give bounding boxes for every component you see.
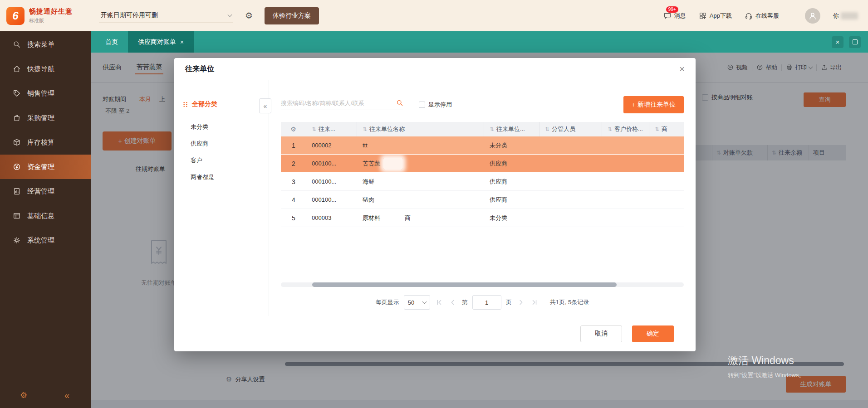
table-row[interactable]: 4 000100... 猪肉 供应商	[281, 191, 684, 209]
dialog-toolbar: 显示停用 + 新增往来单位	[281, 96, 684, 114]
confirm-button[interactable]: 确定	[632, 325, 674, 342]
category-all[interactable]: 全部分类	[174, 100, 269, 108]
sidebar-item-basic-info[interactable]: 基础信息	[0, 204, 91, 228]
column-code[interactable]: ⇅往来...	[306, 122, 357, 136]
gear-icon: ⚙	[290, 126, 296, 133]
per-page-value: 50	[408, 299, 414, 306]
watermark-line1: 激活 Windows	[728, 354, 805, 368]
category-item-customer[interactable]: 客户	[174, 152, 269, 169]
sidebar-item-quick-nav[interactable]: 快捷导航	[0, 57, 91, 81]
coin-yuan-icon	[13, 163, 21, 171]
sidebar-item-label: 基础信息	[27, 212, 54, 220]
close-all-tabs-icon[interactable]: ×	[832, 36, 843, 48]
plus-icon: +	[632, 101, 635, 108]
sidebar-item-label: 搜索菜单	[27, 40, 54, 49]
gear-icon	[13, 236, 21, 244]
sidebar-item-label: 快捷导航	[27, 65, 54, 73]
category-panel: 全部分类 未分类 供应商 客户 两者都是 «	[174, 80, 269, 316]
sidebar-item-search-menu[interactable]: 搜索菜单	[0, 32, 91, 57]
tab-label: 供应商对账单	[138, 38, 176, 46]
tabbar-tools: ×	[832, 31, 868, 53]
search-field	[281, 99, 403, 110]
sidebar-item-purchase[interactable]: 采购管理	[0, 106, 91, 130]
tab-home[interactable]: 首页	[95, 31, 128, 53]
sidebar-collapse-icon[interactable]: «	[64, 391, 69, 400]
category-all-label: 全部分类	[192, 100, 217, 108]
grid-layout-icon	[13, 212, 21, 220]
settings-gear-icon[interactable]: ⚙	[245, 10, 253, 21]
first-page-button[interactable]	[435, 299, 444, 306]
tab-close-icon[interactable]: ×	[180, 39, 184, 46]
category-item-supplier[interactable]: 供应商	[174, 135, 269, 152]
category-item-both[interactable]: 两者都是	[174, 169, 269, 185]
cell-name-text: 海鲜	[363, 178, 374, 186]
sort-icon: ⇅	[608, 126, 612, 132]
sidebar-item-system[interactable]: 系统管理	[0, 228, 91, 253]
user-greeting[interactable]: 你	[833, 12, 858, 20]
sidebar-settings-icon[interactable]: ⚙	[20, 390, 27, 400]
page-number-input[interactable]	[472, 295, 501, 310]
column-name[interactable]: ⇅往来单位名称	[357, 122, 484, 136]
cell-name-text: 苦苦蔬	[363, 160, 380, 168]
column-type[interactable]: ⇅往来单位...	[484, 122, 539, 136]
cell-price	[602, 191, 649, 209]
account-period-dropdown[interactable]: 开账日期可停用可删	[99, 9, 233, 23]
prev-page-button[interactable]	[448, 299, 457, 306]
fullscreen-icon[interactable]	[849, 36, 861, 48]
show-disabled-checkbox[interactable]: 显示停用	[419, 101, 452, 109]
add-counterparty-button[interactable]: + 新增往来单位	[623, 96, 684, 113]
panel-collapse-button[interactable]: «	[259, 98, 271, 113]
sidebar-item-operations[interactable]: 经营管理	[0, 179, 91, 204]
search-icon[interactable]	[396, 99, 403, 107]
table-row[interactable]: 2 000100... 苦苦蔬 供应商	[281, 155, 684, 173]
app-download-button[interactable]: App下载	[699, 12, 732, 20]
next-page-button[interactable]	[516, 299, 525, 306]
checkbox-label: 显示停用	[428, 101, 452, 109]
search-icon	[13, 40, 21, 49]
table-row[interactable]: 5 000003 原材料商 未分类	[281, 209, 684, 227]
per-page-select[interactable]: 50	[404, 295, 430, 310]
pagination-summary: 共1页, 5条记录	[550, 298, 589, 306]
cell-name-text: 商	[405, 214, 411, 222]
cell-goods	[649, 209, 696, 227]
price-tag-icon	[13, 89, 21, 97]
column-settings[interactable]: ⚙	[281, 122, 306, 136]
online-service-button[interactable]: 在线客服	[745, 12, 779, 20]
cancel-button[interactable]: 取消	[580, 325, 622, 342]
category-item-unclassified[interactable]: 未分类	[174, 118, 269, 135]
table-row[interactable]: 3 000100... 海鲜 供应商	[281, 173, 684, 191]
industry-solution-button[interactable]: 体验行业方案	[265, 7, 319, 24]
brand-text: 畅捷通好生意 标准版	[29, 7, 73, 24]
home-icon	[13, 65, 21, 73]
close-icon[interactable]: ×	[679, 64, 685, 73]
column-goods[interactable]: ⇅商	[649, 122, 696, 136]
chevron-down-icon	[422, 300, 427, 304]
column-price[interactable]: ⇅客户价格...	[602, 122, 649, 136]
scrollbar-thumb[interactable]	[312, 282, 617, 287]
sidebar-footer: ⚙ «	[0, 383, 91, 408]
sidebar-item-funds[interactable]: 资金管理	[0, 155, 91, 179]
messages-button[interactable]: 99+ 消息	[663, 12, 686, 20]
windows-watermark: 激活 Windows 转到"设置"以激活 Windows。	[728, 354, 805, 379]
cell-type: 供应商	[484, 155, 539, 172]
sidebar-item-sales[interactable]: 销售管理	[0, 81, 91, 106]
brand-name: 畅捷通好生意	[29, 7, 73, 16]
person-icon	[808, 11, 817, 20]
avatar[interactable]	[805, 8, 820, 24]
sidebar-item-label: 资金管理	[27, 163, 54, 171]
messages-label: 消息	[674, 12, 686, 20]
cell-name: ttt	[357, 136, 484, 154]
search-input[interactable]	[281, 100, 396, 107]
cell-price	[602, 136, 649, 154]
cell-code: 000100...	[306, 155, 357, 172]
dialog-titlebar: 往来单位 ×	[174, 58, 696, 80]
table-row[interactable]: 1 000002 ttt 未分类	[281, 136, 684, 155]
tab-supplier-statement[interactable]: 供应商对账单 ×	[128, 31, 194, 53]
column-manager[interactable]: ⇅分管人员	[539, 122, 602, 136]
dialog-main: 显示停用 + 新增往来单位 ⚙ ⇅往来... ⇅往来单位名称 ⇅往来单位... …	[269, 80, 696, 316]
last-page-button[interactable]	[530, 299, 539, 306]
sidebar-item-label: 采购管理	[27, 114, 54, 122]
column-label: 往来单位...	[496, 125, 525, 133]
sidebar-item-inventory[interactable]: 库存核算	[0, 130, 91, 155]
per-page-label: 每页显示	[376, 298, 399, 306]
